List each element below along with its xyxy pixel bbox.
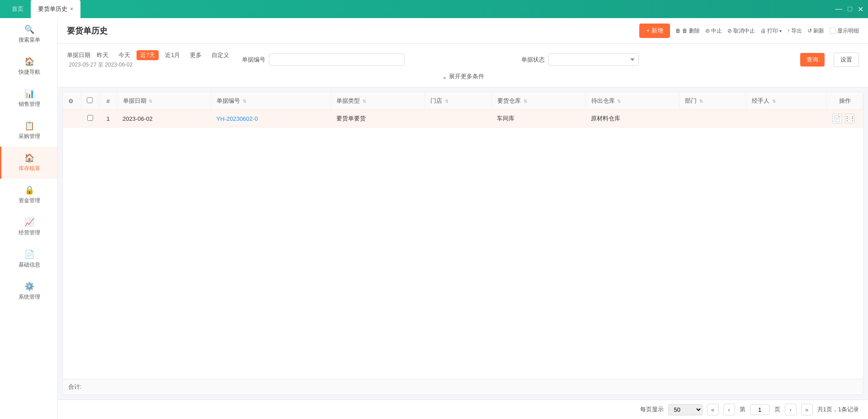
- date-filter-group: 单据日期 昨天 今天 近7天 近1月 更多 自定义 2023-05-27 至 2…: [67, 50, 233, 69]
- operations-icon: 📈: [24, 217, 34, 227]
- refresh-icon: ↺: [807, 28, 812, 34]
- close-tab-icon[interactable]: ×: [70, 6, 73, 12]
- query-button[interactable]: 查询: [800, 53, 825, 67]
- table-area: ⚙ # 单据日期 ⇅ 单据编号 ⇅: [62, 92, 863, 395]
- page-header: 要货单历史 + 新增 🗑 🗑 删除 ⊘ 中止 ⊘ 取消中止 🖨 打印: [58, 18, 868, 44]
- delete-icon: 🗑: [675, 28, 681, 34]
- row-checkbox-cell: [81, 110, 99, 128]
- date-option-custom[interactable]: 自定义: [208, 50, 233, 60]
- th-store[interactable]: 门店 ⇅: [425, 92, 491, 110]
- refresh-button[interactable]: ↺ 刷新: [807, 27, 824, 35]
- sales-icon: 📊: [24, 89, 34, 99]
- cancel-stop-button[interactable]: ⊘ 取消中止: [727, 27, 755, 35]
- th-doc-date[interactable]: 单据日期 ⇅: [117, 92, 211, 110]
- sidebar-item-basic-info[interactable]: 📄 基础信息: [0, 243, 57, 275]
- new-button[interactable]: + 新增: [639, 24, 670, 38]
- sidebar-item-search-menu[interactable]: 🔍 搜索菜单: [0, 18, 57, 50]
- select-all-checkbox[interactable]: [87, 97, 93, 103]
- display-detail-button[interactable]: 显示明细: [830, 27, 859, 35]
- sidebar-item-sales-mgmt[interactable]: 📊 销售管理: [0, 82, 57, 114]
- sidebar-item-system-mgmt[interactable]: ⚙️ 系统管理: [0, 275, 57, 307]
- doc-number-input[interactable]: [269, 53, 405, 66]
- per-page-label: 每页显示: [640, 405, 664, 414]
- main-layout: 🔍 搜索菜单 🏠 快捷导航 📊 销售管理 📋 采购管理 🏠 库存核算 🔒 资金管…: [0, 18, 868, 419]
- th-pending-warehouse[interactable]: 待出仓库 ⇅: [585, 92, 679, 110]
- th-doc-type[interactable]: 单据类型 ⇅: [331, 92, 425, 110]
- prev-page-button[interactable]: ‹: [723, 404, 735, 415]
- maximize-icon[interactable]: □: [848, 5, 852, 13]
- quick-nav-icon: 🏠: [24, 57, 34, 67]
- last-page-button[interactable]: »: [801, 404, 813, 415]
- expand-more-icon: ⌄: [442, 73, 447, 80]
- date-option-7days[interactable]: 近7天: [137, 50, 159, 60]
- settings-button[interactable]: 设置: [834, 52, 859, 67]
- row-req-warehouse: 车间库: [491, 110, 585, 128]
- doc-status-select[interactable]: [548, 53, 639, 66]
- system-mgmt-icon: ⚙️: [24, 281, 34, 291]
- doc-number-link[interactable]: YH-20230602-0: [217, 115, 258, 122]
- sort-req-warehouse-icon: ⇅: [524, 99, 527, 104]
- stop-button[interactable]: ⊘ 中止: [705, 27, 722, 35]
- row-settings: [63, 110, 81, 128]
- next-page-button[interactable]: ›: [785, 404, 797, 415]
- top-bar: 首页 要货单历史 × — □ ✕: [0, 0, 868, 18]
- th-req-warehouse[interactable]: 要货仓库 ⇅: [491, 92, 585, 110]
- inventory-icon: 🏠: [24, 153, 34, 163]
- close-window-icon[interactable]: ✕: [858, 5, 863, 14]
- date-option-today[interactable]: 今天: [115, 50, 134, 60]
- sort-doc-number-icon: ⇅: [243, 99, 246, 104]
- date-range-display: 2023-05-27 至 2023-06-02: [69, 61, 132, 69]
- th-doc-number[interactable]: 单据编号 ⇅: [211, 92, 331, 110]
- tab-requisition-history[interactable]: 要货单历史 ×: [31, 0, 80, 18]
- row-delete-icon[interactable]: ⋮⋮: [845, 114, 855, 124]
- row-department: [679, 110, 746, 128]
- total-info: 共1页，1条记录: [817, 405, 859, 414]
- th-department[interactable]: 部门 ⇅: [679, 92, 746, 110]
- sort-doc-date-icon: ⇅: [149, 99, 152, 104]
- sort-pending-warehouse-icon: ⇅: [617, 99, 621, 104]
- th-number: #: [99, 92, 117, 110]
- expand-more-button[interactable]: ⌄ 展开更多条件: [67, 72, 859, 81]
- th-checkbox: [81, 92, 99, 110]
- row-edit-icon[interactable]: 📄: [832, 114, 842, 124]
- sort-handler-icon: ⇅: [772, 99, 776, 104]
- data-table: ⚙ # 单据日期 ⇅ 单据编号 ⇅: [63, 92, 863, 128]
- row-handler: [746, 110, 827, 128]
- print-button[interactable]: 🖨 打印 ▾: [760, 27, 782, 35]
- row-checkbox[interactable]: [87, 115, 93, 121]
- tab-home[interactable]: 首页: [5, 0, 31, 18]
- row-doc-number: YH-20230602-0: [211, 110, 331, 128]
- table-body: 1 2023-06-02 YH-20230602-0 要货单要货 车间库 原材料…: [63, 110, 863, 128]
- th-handler[interactable]: 经手人 ⇅: [746, 92, 827, 110]
- per-page-select[interactable]: 20 50 100 200: [668, 404, 703, 415]
- date-option-more[interactable]: 更多: [186, 50, 205, 60]
- purchase-icon: 📋: [24, 121, 34, 131]
- th-settings[interactable]: ⚙: [63, 92, 81, 110]
- page-input[interactable]: [750, 405, 770, 415]
- sidebar: 🔍 搜索菜单 🏠 快捷导航 📊 销售管理 📋 采购管理 🏠 库存核算 🔒 资金管…: [0, 18, 58, 419]
- sort-department-icon: ⇅: [699, 99, 703, 104]
- row-store: [425, 110, 491, 128]
- date-option-1month[interactable]: 近1月: [161, 50, 184, 60]
- export-button[interactable]: ↑ 导出: [787, 27, 802, 35]
- delete-button[interactable]: 🗑 🗑 删除: [675, 27, 700, 35]
- minimize-icon[interactable]: —: [835, 5, 842, 13]
- search-menu-icon: 🔍: [24, 24, 34, 34]
- sidebar-item-inventory[interactable]: 🏠 库存核算: [0, 147, 57, 179]
- content-area: 要货单历史 + 新增 🗑 🗑 删除 ⊘ 中止 ⊘ 取消中止 🖨 打印: [58, 18, 868, 419]
- page-title: 要货单历史: [67, 25, 108, 36]
- sidebar-item-purchase-mgmt[interactable]: 📋 采购管理: [0, 114, 57, 147]
- cancel-stop-icon: ⊘: [727, 28, 732, 34]
- page-label: 第: [740, 405, 745, 414]
- doc-number-label: 单据编号: [242, 56, 265, 64]
- row-action: 📄 ⋮⋮: [827, 110, 863, 128]
- sidebar-item-quick-nav[interactable]: 🏠 快捷导航: [0, 50, 57, 82]
- date-option-yesterday[interactable]: 昨天: [93, 50, 112, 60]
- sidebar-item-operations-mgmt[interactable]: 📈 经营管理: [0, 211, 57, 243]
- sidebar-item-finance-mgmt[interactable]: 🔒 资金管理: [0, 179, 57, 211]
- date-filter-label: 单据日期: [67, 51, 90, 59]
- stop-icon: ⊘: [705, 28, 710, 34]
- doc-status-label: 单据状态: [521, 56, 545, 64]
- display-detail-checkbox[interactable]: [830, 28, 836, 34]
- first-page-button[interactable]: «: [707, 404, 719, 415]
